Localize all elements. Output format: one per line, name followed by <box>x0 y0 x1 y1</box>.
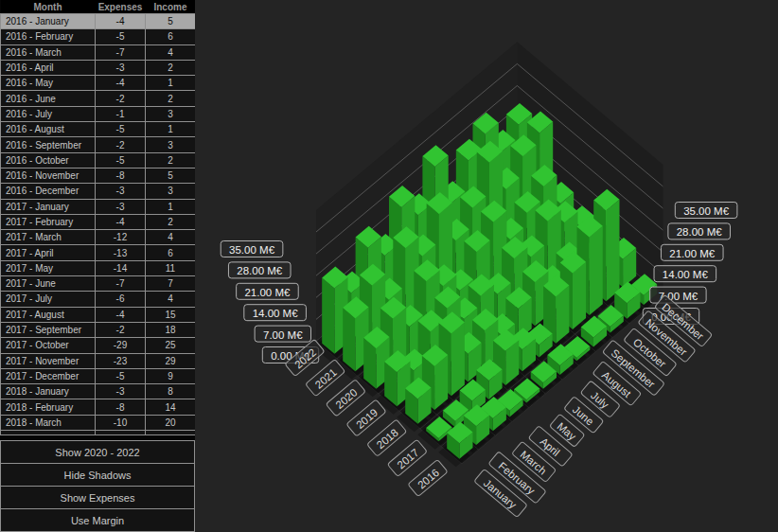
year-axis-label: 2021 <box>306 360 345 397</box>
cell-income: 5 <box>146 168 196 183</box>
table-row[interactable]: 2018 - February-814 <box>1 399 196 415</box>
cell-income: 7 <box>146 276 196 292</box>
cell-income: 5 <box>146 14 196 29</box>
table-row[interactable]: 2017 - December-59 <box>1 368 196 383</box>
cell-expenses: -5 <box>96 29 146 44</box>
table-row[interactable]: 2017 - November-2329 <box>1 353 196 368</box>
value-axis-label-left: 28.00 M€ <box>228 262 291 278</box>
value-axis-label-right: 35.00 M€ <box>675 203 737 219</box>
cell-income: 14 <box>146 399 196 415</box>
app-window: Month Expenses Income 2016 - January-452… <box>0 0 778 532</box>
svg-text:14.00 M€: 14.00 M€ <box>253 308 299 319</box>
toggle-expenses-button[interactable]: Show Expenses <box>0 486 195 509</box>
table-row[interactable]: 2017 - March-124 <box>1 230 196 245</box>
cell-month: 2018 - February <box>1 399 96 415</box>
cell-expenses: -1 <box>96 106 146 121</box>
year-axis-label: 2016 <box>408 459 448 496</box>
table-row[interactable]: 2017 - July-64 <box>1 292 196 307</box>
cell-month: 2016 - March <box>1 44 96 60</box>
table-row[interactable]: 2016 - August-51 <box>1 122 196 137</box>
table-row[interactable]: 2017 - August-415 <box>1 307 196 322</box>
cell-expenses: -2 <box>96 91 146 106</box>
cell-month: 2017 - January <box>1 199 96 214</box>
cell-income: 4 <box>146 230 196 245</box>
cell-expenses: -12 <box>96 230 146 245</box>
table-row[interactable]: 2016 - April-32 <box>1 60 196 75</box>
income-3d-bar-chart[interactable]: 0.00 M€7.00 M€14.00 M€21.00 M€28.00 M€35… <box>195 0 778 532</box>
cell-income: 20 <box>146 415 196 430</box>
cell-month: 2016 - November <box>1 168 96 183</box>
cell-expenses: -13 <box>96 245 146 260</box>
cell-income: 4 <box>146 292 196 307</box>
value-axis-label-right: 21.00 M€ <box>661 244 723 260</box>
cell-expenses: -5 <box>96 368 146 383</box>
svg-text:7.00 M€: 7.00 M€ <box>263 329 303 341</box>
cell-income: 9 <box>146 368 196 383</box>
table-row[interactable]: 2018 - March-1020 <box>1 415 196 430</box>
value-axis-label-left: 35.00 M€ <box>221 241 283 257</box>
cell-expenses: -29 <box>96 338 146 353</box>
cell-expenses: -3 <box>96 60 146 75</box>
table-row[interactable]: 2016 - July-13 <box>1 106 196 121</box>
table-row[interactable]: 2017 - May-1411 <box>1 260 196 275</box>
cell-expenses: -3 <box>96 384 146 399</box>
cell-month: 2017 - June <box>1 276 96 292</box>
cell-expenses: -10 <box>96 415 146 430</box>
cell-month: 2016 - July <box>1 106 96 121</box>
svg-text:14.00 M€: 14.00 M€ <box>663 269 709 280</box>
cell-income: 3 <box>146 184 196 199</box>
cell-month: 2016 - December <box>1 184 96 199</box>
cell-income: 25 <box>146 338 196 353</box>
table-row[interactable]: 2017 - February-42 <box>1 214 196 229</box>
cell-expenses: -8 <box>96 399 146 415</box>
table-row[interactable]: 2017 - September-218 <box>1 322 196 337</box>
cell-month: 2017 - July <box>1 292 96 307</box>
cell-income: 11 <box>146 260 196 275</box>
cell-income: 1 <box>146 76 196 91</box>
table-row[interactable]: 2016 - December-33 <box>1 184 196 199</box>
cell-expenses: -5 <box>96 152 146 168</box>
table-row[interactable]: 2016 - March-74 <box>1 44 196 60</box>
cell-month: 2017 - April <box>1 245 96 260</box>
table-header-row: Month Expenses Income <box>1 0 196 14</box>
cell-month: 2016 - February <box>1 29 96 44</box>
cell-expenses: -3 <box>96 184 146 199</box>
toggle-years-button[interactable]: Show 2020 - 2022 <box>0 440 195 464</box>
cell-income: 2 <box>146 60 196 75</box>
cell-month: 2016 - August <box>1 122 96 137</box>
cell-month: 2017 - August <box>1 307 96 322</box>
cell-expenses: -7 <box>96 276 146 292</box>
cell-expenses: -8 <box>96 168 146 183</box>
value-axis-label-left: 14.00 M€ <box>244 305 307 321</box>
svg-text:35.00 M€: 35.00 M€ <box>229 244 275 256</box>
cell-income: 2 <box>146 152 196 168</box>
cell-income: 3 <box>146 137 196 152</box>
table-row[interactable]: 2016 - October-52 <box>1 152 196 168</box>
table-row[interactable]: 2016 - February-56 <box>1 29 196 44</box>
cell-month: 2017 - September <box>1 322 96 337</box>
table-row[interactable]: 2016 - November-85 <box>1 168 196 183</box>
table-row[interactable]: 2017 - April-136 <box>1 245 196 260</box>
table-row[interactable]: 2016 - January-45 <box>1 14 196 29</box>
value-axis-label-right: 14.00 M€ <box>654 266 716 282</box>
table-row[interactable]: 2016 - June-22 <box>1 91 196 106</box>
table-row[interactable]: 2017 - January-31 <box>1 199 196 214</box>
cell-income: 18 <box>146 322 196 337</box>
cell-month: 2016 - January <box>1 14 96 29</box>
cell-month: 2016 - April <box>1 60 96 75</box>
cell-income: 2 <box>146 214 196 229</box>
toggle-margin-button[interactable]: Use Margin <box>0 508 195 532</box>
svg-text:21.00 M€: 21.00 M€ <box>669 248 716 259</box>
cell-income: 3 <box>146 106 196 121</box>
cell-income: 4 <box>146 44 196 60</box>
table-row-partial <box>1 431 196 435</box>
cell-month: 2017 - February <box>1 214 96 229</box>
toggle-shadows-button[interactable]: Hide Shadows <box>0 463 195 487</box>
table-row[interactable]: 2018 - January-38 <box>1 384 196 399</box>
table-row[interactable]: 2016 - September-23 <box>1 137 196 152</box>
table-row[interactable]: 2017 - October-2925 <box>1 338 196 353</box>
cell-income: 15 <box>146 307 196 322</box>
table-row[interactable]: 2017 - June-77 <box>1 276 196 292</box>
cell-income: 29 <box>146 353 196 368</box>
table-row[interactable]: 2016 - May-41 <box>1 76 196 91</box>
